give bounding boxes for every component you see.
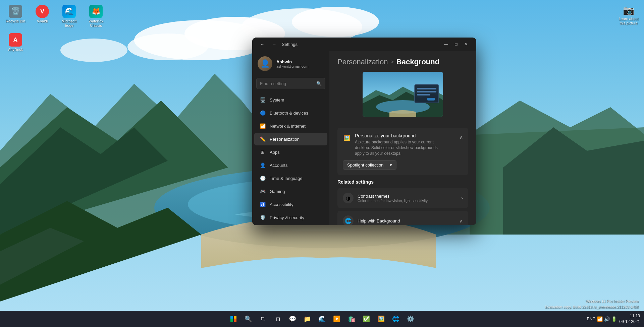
help-item[interactable]: 🌐 Help with Background ∧: [337, 211, 468, 225]
taskbar-widgets-button[interactable]: ⊡: [271, 312, 284, 326]
svg-point-3: [127, 34, 208, 60]
taskbar-clock[interactable]: 11:13 09-12-2021: [620, 313, 640, 325]
system-label: System: [270, 97, 284, 103]
desktop-icon-learn-about[interactable]: 📷 Learn about this picture: [616, 3, 641, 25]
sidebar-item-windows-update[interactable]: ↻ Windows Update: [254, 224, 327, 225]
background-type-dropdown[interactable]: Spotlight collection ▾: [343, 160, 396, 170]
bluetooth-label: Bluetooth & devices: [270, 111, 308, 116]
taskbar-taskview-button[interactable]: ⧉: [256, 312, 270, 326]
taskbar-settings-button[interactable]: ⚙️: [404, 312, 417, 326]
settings-main: Personalization > Background: [329, 51, 476, 225]
taskbar-edge2-button[interactable]: 🌐: [389, 312, 402, 326]
accessibility-icon: ♿: [260, 201, 266, 207]
related-settings-title: Related settings: [337, 179, 468, 185]
sidebar-item-accounts[interactable]: 👤 Accounts: [254, 159, 327, 172]
contrast-title: Contrast themes: [358, 194, 428, 199]
taskbar-sys-icons: ENG 📶 🔊 🔋: [587, 316, 617, 322]
desktop-icon-vivaldi[interactable]: V Vivaldi: [30, 3, 54, 29]
dropdown-arrow: ▾: [390, 162, 392, 168]
dropdown-selector: Spotlight collection ▾: [343, 160, 463, 170]
maximize-button[interactable]: □: [451, 40, 461, 49]
sidebar-item-accessibility[interactable]: ♿ Accessibility: [254, 198, 327, 211]
apps-icon: ⊞: [260, 149, 266, 155]
sidebar-item-network[interactable]: 📶 Network & internet: [254, 120, 327, 132]
sidebar-item-bluetooth[interactable]: 🔵 Bluetooth & devices: [254, 107, 327, 119]
sidebar-item-apps[interactable]: ⊞ Apps: [254, 146, 327, 158]
sound-icon[interactable]: 🔊: [604, 316, 610, 322]
sidebar-item-gaming[interactable]: 🎮 Gaming: [254, 185, 327, 198]
network-icon[interactable]: 📶: [597, 316, 603, 322]
desktop-icon-waterfox[interactable]: 🦊 Waterfox Classic: [84, 3, 108, 29]
user-info: Ashwin ashwin@gmail.com: [276, 59, 309, 68]
taskbar-fileexplorer-button[interactable]: 📁: [301, 312, 314, 326]
breadcrumb-parent: Personalization: [337, 58, 388, 66]
taskbar-photos-button[interactable]: 🖼️: [374, 312, 388, 326]
taskbar-msstore-button[interactable]: 🛍️: [345, 312, 358, 326]
language-indicator[interactable]: ENG: [587, 317, 596, 321]
network-icon: 📶: [260, 123, 266, 129]
window-title: Settings: [282, 42, 298, 47]
taskbar-teams-button[interactable]: 💬: [286, 312, 299, 326]
bluetooth-icon: 🔵: [260, 110, 266, 116]
help-section: 🌐 Help with Background ∧: [337, 211, 468, 225]
card-chevron-up[interactable]: ∧: [460, 134, 463, 140]
svg-rect-15: [417, 94, 430, 95]
sidebar-item-personalization[interactable]: ✏️ Personalization: [254, 133, 327, 145]
icon-row-1: 🗑️ Recycle Bin V Vivaldi 🌊 Microsoft Edg…: [3, 3, 108, 29]
back-button[interactable]: ←: [258, 40, 267, 49]
recycle-bin-icon: 🗑️: [9, 5, 22, 18]
user-email: ashwin@gmail.com: [276, 64, 309, 68]
system-icon: 🖥️: [260, 97, 266, 103]
settings-window: ← → Settings — □ ✕ 👤 Ashwin ashwin@gmail…: [252, 38, 476, 225]
taskbar-start-button[interactable]: [227, 312, 240, 326]
settings-body: 👤 Ashwin ashwin@gmail.com 🔍: [252, 51, 476, 225]
taskbar-todo-button[interactable]: ✅: [360, 312, 373, 326]
battery-icon[interactable]: 🔋: [611, 316, 617, 322]
sidebar-item-time[interactable]: 🕐 Time & language: [254, 172, 327, 185]
card-text: Personalize your background A picture ba…: [355, 133, 442, 156]
contrast-chevron: ›: [461, 195, 463, 201]
network-label: Network & internet: [270, 124, 306, 129]
desktop-icon-edge[interactable]: 🌊 Microsoft Edge: [57, 3, 81, 29]
search-box[interactable]: 🔍: [256, 78, 325, 89]
svg-rect-16: [427, 98, 435, 101]
related-settings-section: Related settings ◑ Contrast themes Color…: [337, 179, 468, 208]
page-breadcrumb: Personalization > Background: [337, 58, 468, 66]
card-header[interactable]: 🖼️ Personalize your background A picture…: [343, 133, 463, 156]
taskbar-browser-button[interactable]: 🌊: [315, 312, 329, 326]
clock-date: 09-12-2021: [620, 319, 640, 325]
taskbar-right: ENG 📶 🔊 🔋 11:13 09-12-2021: [587, 313, 640, 325]
sidebar-item-privacy[interactable]: 🛡️ Privacy & security: [254, 211, 327, 224]
preview-svg: [363, 72, 443, 117]
user-profile[interactable]: 👤 Ashwin ashwin@gmail.com: [252, 54, 329, 76]
search-input[interactable]: [260, 81, 316, 86]
dropdown-value: Spotlight collection: [347, 162, 383, 168]
contrast-icon: ◑: [343, 193, 354, 203]
forward-button[interactable]: →: [270, 40, 279, 49]
waterfox-label: Waterfox Classic: [85, 19, 107, 28]
svg-rect-19: [230, 319, 233, 322]
related-item-contrast[interactable]: ◑ Contrast themes Color themes for low v…: [337, 188, 468, 208]
sidebar-item-system[interactable]: 🖥️ System: [254, 93, 327, 106]
taskbar-media-button[interactable]: ▶️: [330, 312, 343, 326]
personalize-background-card: 🖼️ Personalize your background A picture…: [337, 128, 468, 175]
svg-rect-14: [417, 91, 436, 92]
minimize-button[interactable]: —: [441, 40, 451, 49]
user-name: Ashwin: [276, 59, 309, 64]
edge-label: Microsoft Edge: [58, 19, 80, 28]
settings-nav: 🖥️ System 🔵 Bluetooth & devices 📶 Networ…: [252, 93, 329, 225]
desktop-icon-recycle-bin[interactable]: 🗑️ Recycle Bin: [3, 3, 28, 29]
close-button[interactable]: ✕: [462, 40, 471, 49]
breadcrumb-current: Background: [396, 58, 439, 66]
desktop-icon-anydesk[interactable]: A AnyDesk: [3, 32, 28, 53]
taskbar-center: 🔍 ⧉ ⊡ 💬 📁 🌊 ▶️ 🛍️ ✅ 🖼️ 🌐 ⚙️: [227, 312, 417, 326]
search-icon: 🔍: [316, 81, 322, 86]
desktop: 🗑️ Recycle Bin V Vivaldi 🌊 Microsoft Edg…: [0, 0, 644, 327]
gaming-label: Gaming: [270, 189, 285, 194]
apps-label: Apps: [270, 150, 280, 155]
accounts-label: Accounts: [270, 163, 287, 168]
taskbar-search-button[interactable]: 🔍: [241, 312, 255, 326]
title-bar-controls: ← → Settings: [258, 40, 441, 49]
related-text: Contrast themes Color themes for low vis…: [358, 194, 428, 203]
learn-about-label: Learn about this picture: [616, 17, 641, 25]
